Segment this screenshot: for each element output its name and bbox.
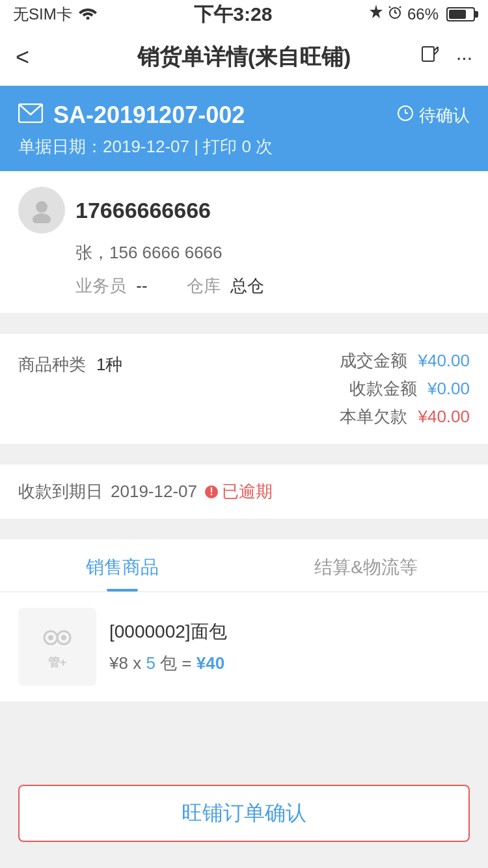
order-header: SA-20191207-002 待确认 单据日期：2019-12-07 | 打印…	[0, 86, 488, 171]
product-thumbnail: 管+	[18, 608, 96, 686]
transaction-amount-label: 成交金额	[340, 349, 407, 372]
warehouse-value: 总仓	[230, 276, 264, 295]
avatar	[18, 187, 65, 234]
divider-3	[0, 529, 488, 539]
svg-line-4	[389, 7, 390, 8]
time-display: 下午3:28	[194, 1, 272, 28]
received-amount-row: 收款金额 ¥0.00	[349, 377, 470, 400]
svg-line-5	[400, 7, 401, 8]
more-button[interactable]: ···	[456, 46, 472, 68]
svg-point-15	[33, 213, 51, 223]
divider-1	[0, 323, 488, 334]
customer-card: 17666666666 张，156 6666 6666 业务员 -- 仓库 总仓	[0, 171, 488, 313]
due-date-value: 2019-12-07	[111, 481, 197, 502]
status-bar: 无SIM卡 下午3:28 66%	[0, 0, 488, 29]
owed-amount-row: 本单欠款 ¥40.00	[340, 405, 470, 428]
divider-2	[0, 454, 488, 465]
svg-rect-6	[422, 47, 434, 61]
warehouse-label: 仓库	[187, 276, 221, 295]
overdue-exclamation: !	[205, 485, 218, 498]
battery-percentage: 66%	[407, 5, 439, 23]
svg-point-0	[86, 17, 89, 20]
overdue-text: 已逾期	[222, 480, 273, 503]
customer-row: 17666666666	[18, 187, 470, 234]
svg-point-18	[48, 635, 53, 640]
unit: 包	[160, 653, 177, 673]
transaction-amount-value: ¥40.00	[418, 351, 470, 371]
svg-point-19	[61, 635, 66, 640]
bottom-bar: 旺铺订单确认	[0, 772, 488, 868]
sales-rep-value: --	[136, 276, 147, 295]
product-item: 管+ [0000002]面包 ¥8 x 5 包 = ¥40	[18, 608, 470, 686]
received-amount-value: ¥0.00	[427, 379, 470, 399]
order-status: 待确认	[397, 104, 470, 127]
summary-card: 商品种类 1种 成交金额 ¥40.00 收款金额 ¥0.00 本单欠款 ¥40.…	[0, 334, 488, 444]
share-button[interactable]	[420, 44, 441, 70]
overdue-badge: ! 已逾期	[205, 480, 273, 503]
status-left: 无SIM卡	[13, 4, 97, 25]
received-amount-label: 收款金额	[349, 377, 417, 400]
product-types-value: 1种	[96, 353, 122, 376]
order-id: SA-20191207-002	[18, 102, 245, 129]
product-types-label: 商品种类	[18, 353, 86, 376]
product-name: [0000002]面包	[109, 619, 470, 644]
tab-settlement-label: 结算&物流等	[314, 557, 418, 577]
product-list: 管+ [0000002]面包 ¥8 x 5 包 = ¥40	[0, 592, 488, 701]
warehouse-field: 仓库 总仓	[187, 275, 264, 297]
customer-name: 张，156 6666 6666	[75, 241, 470, 264]
envelope-icon	[18, 102, 43, 129]
status-right: 66%	[370, 5, 475, 24]
owed-amount-label: 本单欠款	[340, 405, 407, 428]
due-date-label: 收款到期日	[18, 480, 103, 503]
customer-phone: 17666666666	[75, 198, 211, 223]
product-total: ¥40	[197, 653, 224, 673]
battery-icon	[446, 7, 475, 21]
svg-point-14	[36, 201, 47, 213]
product-price: ¥8 x 5 包 = ¥40	[109, 652, 470, 675]
transaction-amount-row: 成交金额 ¥40.00	[340, 349, 470, 372]
summary-right: 成交金额 ¥40.00 收款金额 ¥0.00 本单欠款 ¥40.00	[340, 349, 470, 428]
tab-sales-products[interactable]: 销售商品	[0, 539, 244, 591]
wifi-icon	[79, 5, 97, 23]
sales-rep-field: 业务员 --	[75, 275, 148, 297]
sales-rep-label: 业务员	[75, 276, 126, 295]
clock-icon	[397, 105, 414, 126]
confirm-order-button[interactable]: 旺铺订单确认	[18, 785, 470, 842]
tab-settlement[interactable]: 结算&物流等	[244, 539, 488, 591]
due-date-card: 收款到期日 2019-12-07 ! 已逾期	[0, 465, 488, 519]
tabs-bar: 销售商品 结算&物流等	[0, 539, 488, 592]
alarm-icon	[388, 5, 402, 23]
location-icon	[370, 5, 383, 24]
tab-sales-products-label: 销售商品	[86, 557, 159, 577]
back-button[interactable]: <	[9, 37, 36, 77]
unit-price: ¥8	[109, 653, 128, 673]
nav-bar: < 销货单详情(来自旺铺) ···	[0, 29, 488, 86]
order-id-row: SA-20191207-002 待确认	[18, 102, 470, 129]
customer-meta: 业务员 -- 仓库 总仓	[75, 275, 470, 297]
carrier-text: 无SIM卡	[13, 4, 72, 25]
page-title: 销货单详情(来自旺铺)	[137, 42, 351, 72]
product-info: [0000002]面包 ¥8 x 5 包 = ¥40	[109, 619, 470, 675]
summary-left: 商品种类 1种	[18, 349, 340, 376]
quantity: 5	[146, 653, 155, 673]
order-date: 单据日期：2019-12-07 | 打印 0 次	[18, 135, 470, 158]
owed-amount-value: ¥40.00	[418, 407, 470, 427]
nav-actions: ···	[420, 44, 472, 70]
